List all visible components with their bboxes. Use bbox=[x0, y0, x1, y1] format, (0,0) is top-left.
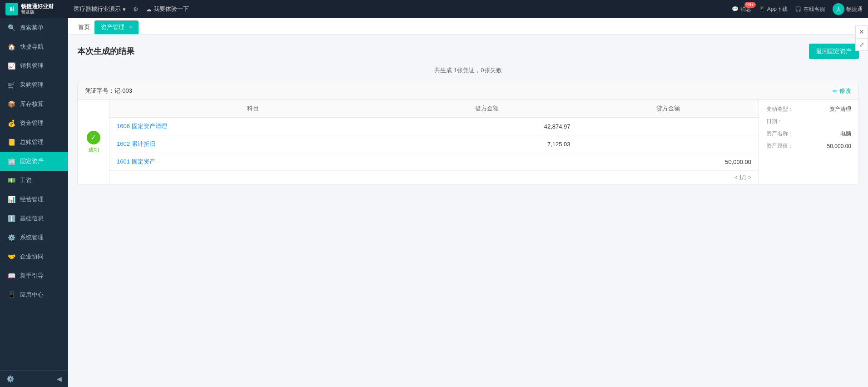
change-type-label: 变动类型： bbox=[766, 105, 794, 113]
settings-bottom-icon[interactable]: ⚙️ bbox=[6, 375, 14, 382]
sidebar-item-system[interactable]: ⚙️ 系统管理 bbox=[0, 228, 68, 247]
enterprise-icon: 🤝 bbox=[7, 253, 15, 261]
table-row: 1601 固定资产 50,000.00 bbox=[109, 153, 759, 171]
messages-button[interactable]: 💬 消息 99+ bbox=[732, 5, 751, 13]
original-value-label: 资产原值： bbox=[766, 142, 794, 150]
row3-debit bbox=[397, 153, 577, 171]
sales-icon: 📈 bbox=[7, 62, 15, 70]
sidebar-item-label: 经营管理 bbox=[20, 195, 44, 203]
sidebar-item-label: 新手引导 bbox=[20, 272, 44, 280]
sidebar-item-label: 系统管理 bbox=[20, 233, 44, 242]
voucher-table: 科目 借方金额 贷方金额 1606 固定资产清理 42,874.97 bbox=[109, 100, 759, 184]
back-to-fixed-assets-button[interactable]: 返回固定资产 bbox=[809, 44, 859, 59]
cloud-icon: ☁ bbox=[146, 6, 152, 13]
tab-close-icon[interactable]: × bbox=[129, 24, 133, 30]
asset-name-value: 电脑 bbox=[840, 130, 851, 138]
sidebar-item-search-menu[interactable]: 🔍 搜索菜单 bbox=[0, 18, 68, 37]
sidebar-item-label: 搜索菜单 bbox=[20, 24, 44, 32]
pagination-text: < 1/1 > bbox=[734, 174, 751, 181]
purchase-icon: 🛒 bbox=[7, 81, 15, 89]
sidebar-item-fixed-assets[interactable]: 🏢 固定资产 bbox=[0, 152, 68, 171]
sidebar-item-label: 企业协同 bbox=[20, 253, 44, 261]
column-subject: 科目 bbox=[109, 100, 397, 118]
expand-panel-button[interactable]: ⤢ bbox=[855, 38, 868, 51]
original-value-row: 资产原值： 50,000.00 bbox=[766, 142, 851, 150]
summary-text: 共生成 1张凭证，0张失败 bbox=[434, 67, 501, 74]
headset-icon: 🎧 bbox=[795, 6, 802, 12]
sidebar-item-ledger[interactable]: 📒 总账管理 bbox=[0, 133, 68, 152]
sidebar-item-label: 总账管理 bbox=[20, 138, 44, 146]
sidebar-item-label: 资金管理 bbox=[20, 119, 44, 127]
row3-credit: 50,000.00 bbox=[578, 153, 759, 171]
pagination: < 1/1 > bbox=[109, 171, 759, 184]
asset-name-label: 资产名称： bbox=[766, 130, 794, 138]
sidebar-item-inventory[interactable]: 📦 库存核算 bbox=[0, 94, 68, 114]
avatar: 人 bbox=[833, 3, 844, 15]
sidebar-item-label: 销售管理 bbox=[20, 62, 44, 70]
settings-icon[interactable]: ⚙ bbox=[129, 3, 142, 15]
content-area: 首页 资产管理 × 本次生成的结果 返回固定资产 共生成 1张凭证，0张失败 bbox=[68, 18, 868, 387]
row1-credit bbox=[578, 118, 759, 135]
table-row: 1602 累计折旧 7,125.03 bbox=[109, 135, 759, 153]
side-info-panel: 变动类型： 资产清理 日期： 资产名称： 电脑 资产原值： bbox=[759, 100, 858, 184]
logo-sub: 普及版 bbox=[21, 10, 54, 15]
voucher-number: 凭证字号：记-003 bbox=[85, 87, 132, 95]
change-type-value: 资产清理 bbox=[829, 105, 851, 113]
tab-home[interactable]: 首页 bbox=[74, 20, 94, 34]
change-type-row: 变动类型： 资产清理 bbox=[766, 105, 851, 113]
phone-icon: 📱 bbox=[759, 6, 765, 12]
salary-icon: 💵 bbox=[7, 176, 15, 184]
topbar-center: 医疗器械行业演示 ▾ ⚙ ☁ 我要体验一下 bbox=[74, 3, 732, 15]
success-icon: ✓ bbox=[87, 131, 100, 144]
online-service-button[interactable]: 🎧 在线客服 bbox=[795, 5, 825, 13]
sidebar-item-finance[interactable]: 💰 资金管理 bbox=[0, 114, 68, 133]
column-debit: 借方金额 bbox=[397, 100, 577, 118]
sidebar-item-salary[interactable]: 💵 工资 bbox=[0, 171, 68, 190]
search-icon: 🔍 bbox=[7, 24, 15, 32]
sidebar-item-label: 应用中心 bbox=[20, 291, 44, 299]
table-row: 1606 固定资产清理 42,874.97 bbox=[109, 118, 759, 135]
voucher-card: 凭证字号：记-003 ✏ 修改 ✓ 成功 bbox=[77, 82, 859, 185]
company-selector[interactable]: 医疗器械行业演示 ▾ bbox=[74, 5, 126, 13]
row3-subject: 1601 固定资产 bbox=[109, 153, 397, 171]
finance-icon: 💰 bbox=[7, 119, 15, 127]
row2-subject: 1602 累计折旧 bbox=[109, 135, 397, 153]
sidebar-item-sales[interactable]: 📈 销售管理 bbox=[0, 56, 68, 75]
sidebar-bottom: ⚙️ ◀ bbox=[0, 370, 68, 387]
sidebar-item-label: 采购管理 bbox=[20, 81, 44, 89]
sidebar-item-operations[interactable]: 📊 经营管理 bbox=[0, 190, 68, 209]
page-content: 本次生成的结果 返回固定资产 共生成 1张凭证，0张失败 凭证字号：记-003 … bbox=[68, 35, 868, 387]
sidebar-item-purchase[interactable]: 🛒 采购管理 bbox=[0, 75, 68, 94]
success-text: 成功 bbox=[88, 146, 99, 154]
message-icon: 💬 bbox=[732, 6, 739, 12]
sidebar-item-app-center[interactable]: 📱 应用中心 bbox=[0, 285, 68, 304]
voucher-body: ✓ 成功 科目 借方金额 贷方金额 bbox=[78, 100, 858, 184]
sidebar-item-guide[interactable]: 📖 新手引导 bbox=[0, 266, 68, 285]
guide-icon: 📖 bbox=[7, 272, 15, 280]
sidebar-item-basic-info[interactable]: ℹ️ 基础信息 bbox=[0, 209, 68, 228]
home-icon: 🏠 bbox=[7, 43, 15, 51]
page-header: 本次生成的结果 返回固定资产 bbox=[77, 44, 859, 59]
messages-badge: 99+ bbox=[744, 2, 756, 8]
sidebar-item-label: 固定资产 bbox=[20, 157, 44, 165]
sidebar-item-label: 工资 bbox=[20, 176, 32, 184]
edit-button[interactable]: ✏ 修改 bbox=[833, 87, 851, 95]
tab-asset-management[interactable]: 资产管理 × bbox=[94, 20, 139, 34]
operations-icon: 📊 bbox=[7, 195, 15, 203]
row2-debit: 7,125.03 bbox=[397, 135, 577, 153]
system-icon: ⚙️ bbox=[7, 233, 15, 242]
row2-credit bbox=[578, 135, 759, 153]
user-profile[interactable]: 人 畅捷通 bbox=[833, 3, 863, 15]
collapse-icon[interactable]: ◀ bbox=[57, 375, 62, 382]
summary-bar: 共生成 1张凭证，0张失败 bbox=[77, 66, 859, 74]
try-button[interactable]: ☁ 我要体验一下 bbox=[146, 5, 189, 13]
topbar-right: 💬 消息 99+ 📱 App下载 🎧 在线客服 人 畅捷通 bbox=[732, 3, 863, 15]
sidebar-item-quick-nav[interactable]: 🏠 快捷导航 bbox=[0, 37, 68, 56]
app-download-button[interactable]: 📱 App下载 bbox=[759, 5, 788, 13]
sidebar-item-enterprise[interactable]: 🤝 企业协同 bbox=[0, 247, 68, 266]
success-column: ✓ 成功 bbox=[78, 100, 109, 184]
voucher-header: 凭证字号：记-003 ✏ 修改 bbox=[78, 82, 858, 100]
date-row: 日期： bbox=[766, 118, 851, 125]
fixed-assets-icon: 🏢 bbox=[7, 157, 15, 165]
close-panel-button[interactable]: ✕ bbox=[855, 25, 868, 38]
